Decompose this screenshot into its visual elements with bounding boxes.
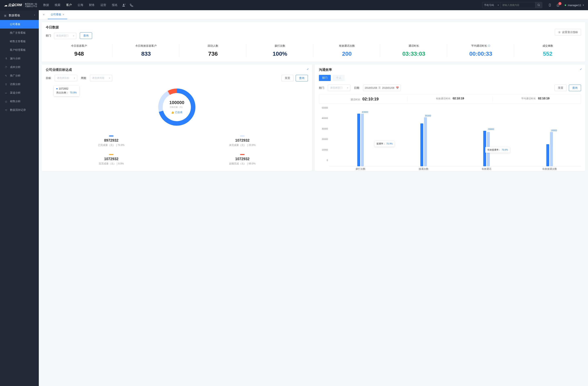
calendar-icon: 📅 [396, 86, 399, 89]
app-header: ☁ 云朵CRM 教育机构一站 式服务云平台 数据线索客户公海财务运营报名 手机号… [0, 0, 588, 10]
sidebar-item[interactable]: 销售主管看板 [0, 37, 39, 46]
donut-tooltip: 1072932 所占比例：70.9% [54, 86, 79, 96]
sidebar-item[interactable]: ✎推广分析 [0, 71, 39, 80]
today-query-button[interactable]: 查询 [80, 32, 92, 39]
chart-tooltip: 有效接通率：70.9% [485, 147, 510, 153]
comm-date-label: 日期 [354, 86, 359, 90]
svg-point-0 [123, 4, 124, 5]
nav-item[interactable]: 报名 [112, 3, 118, 7]
nav-item[interactable]: 线索 [55, 3, 61, 7]
svg-point-1 [538, 4, 539, 6]
legend-item: 1072932未完成量（元）|20.9% [177, 134, 308, 147]
stat-card: 回访人数736 [180, 44, 247, 57]
sidebar-item[interactable]: 推广主管看板 [0, 29, 39, 37]
today-panel: 今日数据 部门 请选择部门▾ 查询 设置显示指标 今日首咨客户948今日有效首咨… [42, 22, 585, 62]
search-button[interactable] [535, 2, 542, 8]
gear-icon [558, 31, 561, 34]
tab-company-board[interactable]: 公司看板 ✕ [48, 10, 67, 19]
mobile-icon[interactable] [548, 3, 552, 7]
thumb-icon: 👍 [171, 111, 174, 114]
dept-select[interactable]: 请选择部门▾ [54, 33, 76, 39]
expand-icon[interactable]: ⤢ [580, 68, 582, 71]
phone-icon[interactable] [129, 3, 133, 7]
stat-card: 平均通话时长ⓘ00:00:33 [447, 44, 514, 57]
chevron-down-icon: ▾ [583, 4, 584, 6]
stat-card: 今日首咨客户948 [46, 44, 113, 57]
legend-item: 8972932已完成量（元）|70.9% [46, 134, 177, 147]
stat-card: 今日有效首咨客户833 [113, 44, 180, 57]
svg-line-2 [539, 5, 540, 6]
sidebar-item[interactable]: 公司看板 [0, 20, 39, 29]
target-panel: ⤢ 公司业绩目标达成 目标 请选择目标▾ 周期 请选择周期▾ 重置 查询 [42, 64, 312, 171]
comm-bar-chart: 50000400003000020000100000 4300035000290… [319, 105, 581, 167]
nav-item[interactable]: 公海 [78, 3, 83, 7]
target-title: 公司业绩目标达成 [46, 68, 308, 72]
chevron-up-icon: ˄ [34, 15, 35, 17]
menu-icon: ◎ [4, 100, 8, 103]
settings-targets-button[interactable]: 设置显示指标 [555, 29, 581, 36]
dept-label: 部门 [46, 34, 51, 37]
notifications-icon[interactable]: 5 [556, 3, 560, 7]
main-content: ≡ 公司看板 ✕ 今日数据 部门 请选择部门▾ 查询 [39, 10, 588, 386]
menu-icon: ∞ [4, 91, 8, 95]
nav-item[interactable]: 财务 [89, 3, 95, 7]
period-label: 周期 [81, 76, 86, 80]
nav-item[interactable]: 运营 [101, 3, 106, 7]
notification-badge: 5 [558, 2, 562, 5]
comm-reset-button[interactable]: 重置 [554, 85, 567, 91]
sidebar-item[interactable]: ⚗漏斗分析 [0, 54, 39, 63]
target-query-button[interactable]: 查询 [296, 75, 308, 81]
sidebar-group-data-board[interactable]: ▣ 数据看板 ˄ [0, 11, 39, 20]
status-dot [565, 4, 566, 6]
comm-tab-person[interactable]: 个人 [333, 75, 345, 81]
menu-icon: ⚗ [4, 57, 8, 60]
comm-panel: ⤢ 沟通效率 部门 个人 部门 请选择部门▾ 日期 2018/01/08 [315, 64, 585, 171]
comm-dept-select[interactable]: 请选择部门▾ [328, 85, 350, 91]
legend-item: 1072932应完成量（元）|8.9% [46, 153, 177, 165]
close-icon[interactable]: ✕ [63, 10, 64, 19]
period-select[interactable]: 请选择周期▾ [90, 75, 112, 81]
nav-item[interactable]: 客户 [66, 3, 72, 7]
target-donut-chart: 100000 目标总量（元） 👍已达成 1072932 所占比例：70.9% [46, 83, 308, 132]
donut-center: 100000 目标总量（元） 👍已达成 [169, 100, 184, 114]
search-type-select[interactable]: 手机号码 ▾ [482, 2, 501, 8]
sidebar: ▣ 数据看板 ˄ 公司看板推广主管看板销售主管看板客户经理看板 ⚗漏斗分析⏱成本… [0, 10, 39, 386]
comm-tab-dept[interactable]: 部门 [319, 75, 331, 81]
sidebar-item[interactable]: ⟲数据流转记录 [0, 106, 39, 114]
comm-query-button[interactable]: 查询 [569, 85, 581, 91]
svg-point-5 [559, 32, 560, 33]
add-user-icon[interactable] [122, 3, 126, 7]
stat-card: 通话时长03:33:03 [380, 44, 447, 57]
menu-icon: ✎ [4, 74, 8, 77]
info-icon: ⓘ [488, 44, 490, 47]
search-input[interactable] [501, 2, 535, 8]
metric: 有效通话时长02:10:19 [407, 97, 493, 101]
target-reset-button[interactable]: 重置 [281, 75, 294, 81]
tabs-bar: ≡ 公司看板 ✕ [39, 10, 588, 19]
chart-tooltip: 接通率：70.9% [375, 141, 395, 147]
nav-item[interactable]: 数据 [43, 3, 49, 7]
sidebar-item[interactable]: ◎销售分析 [0, 97, 39, 106]
sidebar-item[interactable]: ⏱成本分析 [0, 63, 39, 71]
stat-card: 有效通话次数200 [314, 44, 380, 57]
sidebar-item[interactable]: ⚲访客分析 [0, 80, 39, 89]
sidebar-item[interactable]: 客户经理看板 [0, 46, 39, 54]
menu-icon: ⏱ [4, 66, 8, 69]
comm-metrics: 通话时长02:10:19有效通话时长02:10:19平均通话时长02:10:19 [319, 95, 581, 104]
header-search: 手机号码 ▾ [482, 2, 542, 8]
chevron-down-icon: ▾ [498, 4, 499, 6]
brand-logo: ☁ 云朵CRM [4, 3, 22, 7]
comm-title: 沟通效率 [319, 68, 581, 72]
user-menu[interactable]: manager11 ▾ [565, 4, 584, 7]
collapse-sidebar-icon[interactable]: ≡ [41, 13, 46, 16]
today-title: 今日数据 [46, 25, 92, 30]
goal-select[interactable]: 请选择目标▾ [55, 75, 77, 81]
expand-icon[interactable]: ⤢ [307, 68, 309, 71]
brand-tagline: 教育机构一站 式服务云平台 [23, 3, 37, 7]
sidebar-item[interactable]: ∞渠道分析 [0, 89, 39, 97]
comm-date-range[interactable]: 2018/01/08 至 2018/01/08 📅 [363, 85, 401, 91]
menu-icon: ⟲ [4, 109, 8, 112]
metric: 通话时长02:10:19 [322, 97, 407, 101]
brand: ☁ 云朵CRM 教育机构一站 式服务云平台 [4, 3, 37, 7]
cloud-icon: ☁ [4, 3, 7, 7]
